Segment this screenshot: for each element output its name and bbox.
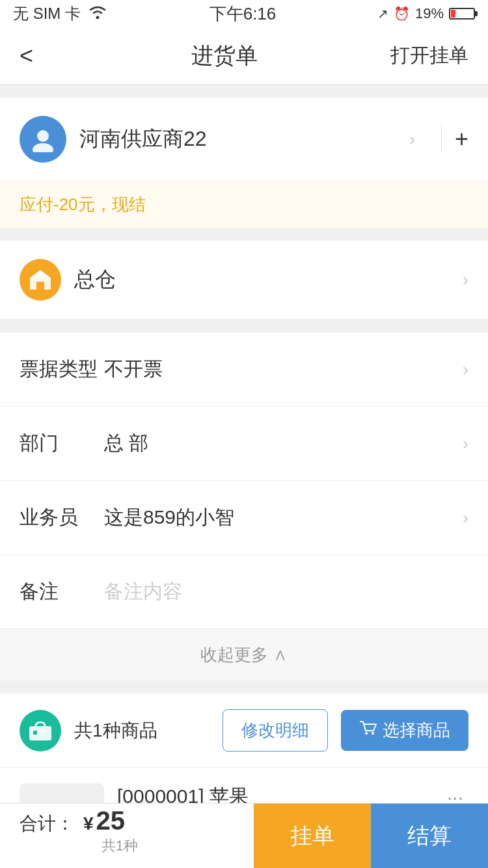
modify-detail-button[interactable]: 修改明细 xyxy=(223,709,328,752)
warehouse-icon xyxy=(20,259,61,301)
supplier-avatar xyxy=(20,116,66,163)
supplier-arrow-icon: › xyxy=(409,129,415,150)
cart-icon xyxy=(359,720,377,740)
department-label: 部门 xyxy=(20,430,104,457)
section-gap-4 xyxy=(0,681,488,694)
checkout-button[interactable]: 结算 xyxy=(371,804,488,868)
status-left: 无 SIM 卡 xyxy=(13,3,108,24)
select-product-button[interactable]: 选择商品 xyxy=(341,710,468,751)
total-label: 合计： xyxy=(20,811,74,836)
remark-label: 备注 xyxy=(20,578,104,605)
carrier-text: 无 SIM 卡 xyxy=(13,3,81,24)
salesperson-label: 业务员 xyxy=(20,504,104,531)
warehouse-section[interactable]: 总仓 › xyxy=(0,241,488,319)
status-bar: 无 SIM 卡 下午6:16 ↗ ⏰ 19% xyxy=(0,0,488,27)
department-row[interactable]: 部门 总 部 › xyxy=(0,406,488,480)
svg-point-9 xyxy=(372,732,374,735)
remark-input[interactable]: 备注内容 xyxy=(104,578,468,605)
nav-bar: < 进货单 打开挂单 xyxy=(0,27,488,85)
bottom-bar: 合计： ¥ 25 共1种 挂单 结算 xyxy=(0,803,488,868)
svg-rect-6 xyxy=(38,731,47,733)
total-amount: 25 xyxy=(96,806,126,835)
bottom-summary: 合计： ¥ 25 共1种 xyxy=(0,804,254,868)
divider xyxy=(441,126,442,152)
status-right: ↗ ⏰ 19% xyxy=(377,5,475,22)
page-title: 进货单 xyxy=(191,41,258,71)
warehouse-arrow-icon: › xyxy=(463,269,468,290)
svg-rect-3 xyxy=(36,282,44,290)
battery-icon xyxy=(449,8,475,20)
alert-banner: 应付-20元，现结 xyxy=(0,182,488,228)
salesperson-arrow-icon: › xyxy=(463,508,468,528)
supplier-name: 河南供应商22 xyxy=(79,125,409,154)
product-count-text: 共1种商品 xyxy=(74,718,210,743)
salesperson-row[interactable]: 业务员 这是859的小智 › xyxy=(0,480,488,554)
open-hang-button[interactable]: 打开挂单 xyxy=(390,42,468,69)
alarm-icon: ⏰ xyxy=(394,6,410,21)
invoice-label: 票据类型 xyxy=(20,356,104,383)
department-value: 总 部 xyxy=(104,430,463,457)
product-count-icon xyxy=(20,710,61,752)
svg-point-8 xyxy=(365,732,368,735)
supplier-row[interactable]: 河南供应商22 › + xyxy=(0,98,488,182)
invoice-value: 不开票 xyxy=(104,356,463,383)
invoice-arrow-icon: › xyxy=(463,359,468,380)
section-gap-2 xyxy=(0,228,488,241)
form-section: 票据类型 不开票 › 部门 总 部 › 业务员 这是859的小智 › 备注 备注… xyxy=(0,332,488,629)
total-symbol: ¥ xyxy=(83,813,94,834)
supplier-section: 河南供应商22 › + 应付-20元，现结 xyxy=(0,98,488,228)
svg-rect-5 xyxy=(33,731,37,735)
section-gap-3 xyxy=(0,319,488,332)
collapse-bar[interactable]: 收起更多 ∧ xyxy=(0,629,488,681)
add-button[interactable]: + xyxy=(455,126,468,153)
location-icon: ↗ xyxy=(377,6,388,21)
total-count: 共1种 xyxy=(102,836,138,866)
wifi-icon xyxy=(87,5,108,23)
select-product-label: 选择商品 xyxy=(383,719,450,742)
section-gap-1 xyxy=(0,85,488,98)
remark-row[interactable]: 备注 备注内容 xyxy=(0,554,488,629)
warehouse-name: 总仓 xyxy=(74,265,463,294)
svg-rect-4 xyxy=(29,726,51,740)
svg-rect-7 xyxy=(38,734,45,736)
svg-point-1 xyxy=(37,130,49,142)
warehouse-row[interactable]: 总仓 › xyxy=(0,241,488,319)
svg-point-0 xyxy=(96,16,100,20)
battery-percent: 19% xyxy=(415,5,444,22)
invoice-type-row[interactable]: 票据类型 不开票 › xyxy=(0,332,488,406)
status-time: 下午6:16 xyxy=(210,3,277,25)
svg-point-2 xyxy=(33,143,53,152)
hang-button[interactable]: 挂单 xyxy=(254,804,371,868)
salesperson-value: 这是859的小智 xyxy=(104,504,463,531)
product-header: 共1种商品 修改明细 选择商品 xyxy=(0,694,488,767)
back-button[interactable]: < xyxy=(20,42,59,70)
total-column: 合计： ¥ 25 共1种 xyxy=(20,806,138,866)
department-arrow-icon: › xyxy=(463,433,468,454)
